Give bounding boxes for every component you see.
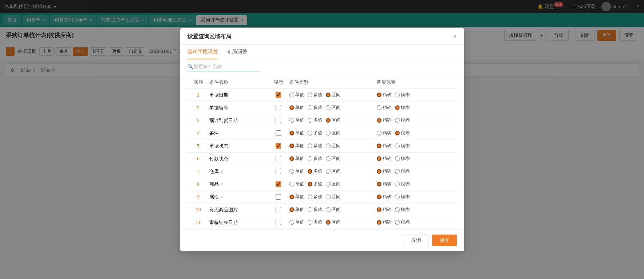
match-option-精确-10[interactable]: 精确	[377, 219, 391, 225]
match-option-精确-3[interactable]: 精确	[377, 130, 391, 136]
type-option-单值-2[interactable]: 单值	[289, 117, 304, 123]
dropdown-chevron-8[interactable]: ∨	[220, 194, 223, 199]
type-radio-区间-8[interactable]	[326, 194, 331, 199]
match-radio-精确-9[interactable]	[377, 207, 382, 212]
type-radio-区间-10[interactable]	[326, 220, 331, 225]
type-radio-多值-2[interactable]	[308, 118, 312, 123]
type-radio-单值-10[interactable]	[289, 220, 294, 225]
type-radio-单值-6[interactable]	[289, 169, 294, 174]
type-option-区间-5[interactable]: 区间	[326, 156, 340, 162]
type-radio-区间-3[interactable]	[326, 131, 331, 135]
match-option-模糊-4[interactable]: 模糊	[395, 143, 410, 149]
type-option-区间-7[interactable]: 区间	[326, 181, 340, 187]
type-radio-单值-1[interactable]	[289, 105, 294, 110]
type-radio-单值-9[interactable]	[289, 207, 294, 212]
type-radio-单值-2[interactable]	[289, 118, 294, 123]
match-option-模糊-5[interactable]: 模糊	[395, 156, 410, 162]
type-radio-多值-7[interactable]	[308, 182, 312, 186]
type-radio-多值-10[interactable]	[308, 220, 312, 225]
type-option-单值-1[interactable]: 单值	[289, 105, 304, 111]
display-checkbox-10[interactable]	[276, 220, 281, 225]
type-radio-单值-3[interactable]	[289, 131, 294, 135]
match-radio-精确-1[interactable]	[377, 105, 382, 110]
match-option-模糊-7[interactable]: 模糊	[395, 181, 410, 187]
type-option-多值-3[interactable]: 多值	[308, 130, 322, 136]
display-checkbox-8[interactable]	[276, 194, 281, 200]
type-radio-区间-6[interactable]	[326, 169, 331, 174]
type-option-区间-8[interactable]: 区间	[326, 194, 340, 200]
type-radio-多值-8[interactable]	[308, 194, 312, 199]
match-option-模糊-0[interactable]: 模糊	[395, 92, 410, 98]
match-radio-模糊-7[interactable]	[395, 182, 400, 186]
tab-query-fields[interactable]: 查询字段设置	[187, 45, 218, 59]
match-option-精确-6[interactable]: 精确	[377, 168, 391, 174]
match-option-模糊-8[interactable]: 模糊	[395, 194, 410, 200]
match-radio-精确-3[interactable]	[377, 131, 382, 135]
match-radio-模糊-2[interactable]	[395, 118, 400, 123]
type-radio-多值-6[interactable]	[308, 169, 312, 174]
type-radio-多值-3[interactable]	[308, 131, 312, 135]
type-option-单值-5[interactable]: 单值	[289, 156, 304, 162]
dialog-close-btn[interactable]: ×	[453, 33, 457, 40]
type-option-区间-0[interactable]: 区间	[326, 92, 340, 98]
type-option-多值-5[interactable]: 多值	[308, 156, 322, 162]
dropdown-chevron-6[interactable]: ∨	[220, 169, 223, 174]
match-option-精确-7[interactable]: 精确	[377, 181, 391, 187]
type-radio-区间-2[interactable]	[326, 118, 331, 123]
match-radio-模糊-0[interactable]	[395, 93, 400, 97]
type-radio-单值-5[interactable]	[289, 156, 294, 161]
type-option-多值-10[interactable]: 多值	[308, 219, 322, 225]
match-radio-精确-6[interactable]	[377, 169, 382, 174]
match-option-模糊-3[interactable]: 模糊	[395, 130, 410, 136]
type-option-单值-9[interactable]: 单值	[289, 207, 304, 213]
match-option-模糊-2[interactable]: 模糊	[395, 117, 410, 123]
type-option-区间-4[interactable]: 区间	[326, 143, 340, 149]
match-radio-模糊-9[interactable]	[395, 207, 400, 212]
match-radio-精确-10[interactable]	[377, 220, 382, 225]
display-checkbox-1[interactable]	[276, 105, 281, 110]
display-checkbox-2[interactable]	[276, 118, 281, 123]
type-radio-多值-5[interactable]	[308, 156, 312, 161]
match-option-精确-9[interactable]: 精确	[377, 207, 391, 213]
match-option-模糊-10[interactable]: 模糊	[395, 219, 410, 225]
match-radio-模糊-4[interactable]	[395, 144, 400, 148]
match-option-模糊-9[interactable]: 模糊	[395, 207, 410, 213]
type-radio-区间-0[interactable]	[326, 93, 331, 97]
type-option-区间-10[interactable]: 区间	[326, 219, 340, 225]
type-option-多值-0[interactable]: 多值	[308, 92, 322, 98]
type-option-区间-3[interactable]: 区间	[326, 130, 340, 136]
match-radio-模糊-1[interactable]	[395, 105, 400, 110]
type-option-单值-0[interactable]: 单值	[289, 92, 304, 98]
save-button[interactable]: 保存	[432, 235, 457, 246]
dropdown-chevron-7[interactable]: ∨	[220, 182, 223, 186]
match-radio-精确-7[interactable]	[377, 182, 382, 186]
match-radio-模糊-8[interactable]	[395, 194, 400, 199]
match-option-模糊-6[interactable]: 模糊	[395, 168, 410, 174]
type-radio-多值-0[interactable]	[308, 93, 312, 97]
match-radio-模糊-10[interactable]	[395, 220, 400, 225]
type-option-单值-3[interactable]: 单值	[289, 130, 304, 136]
match-radio-精确-2[interactable]	[377, 118, 382, 123]
type-option-多值-8[interactable]: 多值	[308, 194, 322, 200]
type-option-多值-6[interactable]: 多值	[308, 168, 322, 174]
match-radio-模糊-5[interactable]	[395, 156, 400, 161]
display-checkbox-4[interactable]	[276, 143, 281, 149]
type-option-多值-1[interactable]: 多值	[308, 105, 322, 111]
match-option-精确-2[interactable]: 精确	[377, 117, 391, 123]
type-radio-区间-9[interactable]	[326, 207, 331, 212]
cancel-button[interactable]: 取消	[404, 235, 428, 246]
type-option-多值-2[interactable]: 多值	[308, 117, 322, 123]
match-radio-精确-5[interactable]	[377, 156, 382, 161]
match-option-精确-0[interactable]: 精确	[377, 92, 391, 98]
display-checkbox-3[interactable]	[276, 130, 281, 136]
match-option-模糊-1[interactable]: 模糊	[395, 105, 410, 111]
display-checkbox-6[interactable]	[276, 169, 281, 174]
match-radio-精确-8[interactable]	[377, 194, 382, 199]
type-radio-多值-9[interactable]	[308, 207, 312, 212]
type-option-区间-6[interactable]: 区间	[326, 168, 340, 174]
type-radio-区间-7[interactable]	[326, 182, 331, 186]
type-option-多值-4[interactable]: 多值	[308, 143, 322, 149]
match-option-精确-8[interactable]: 精确	[377, 194, 391, 200]
type-option-区间-9[interactable]: 区间	[326, 207, 340, 213]
match-radio-精确-0[interactable]	[377, 93, 382, 97]
